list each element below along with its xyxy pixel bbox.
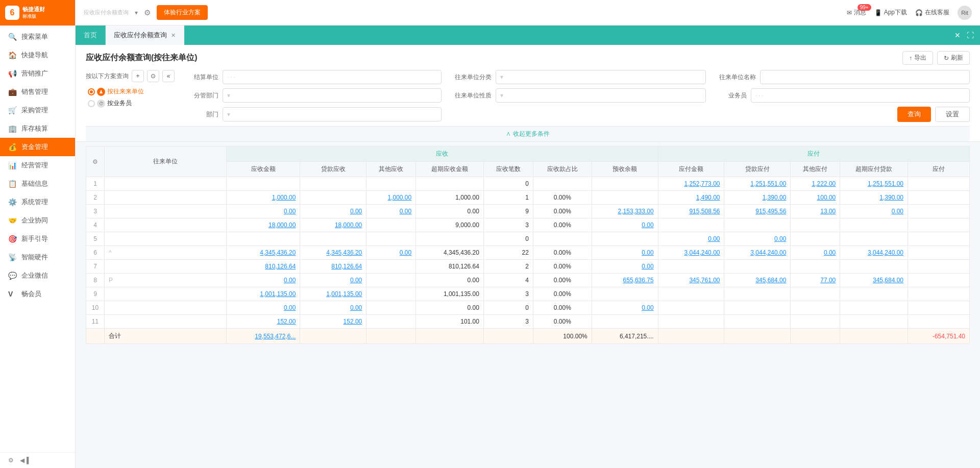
- settings-scheme-button[interactable]: ⊙: [147, 70, 159, 82]
- add-scheme-button[interactable]: +: [132, 70, 144, 82]
- refresh-button[interactable]: ↻ 刷新: [937, 51, 970, 65]
- table-row: 101,252,773.001,251,551.001,222.001,251,…: [86, 177, 970, 191]
- sidebar-item-marketing[interactable]: 📢营销推广: [0, 64, 75, 83]
- export-button[interactable]: ↑ 导出: [902, 51, 933, 65]
- sidebar-item-coop[interactable]: 🤝企业协同: [0, 211, 75, 230]
- by-unit-label: 按往来来单位: [107, 87, 144, 96]
- filter-lwdwxz: 往来单位性质 ▾: [450, 88, 705, 103]
- sidebar-nav: 🔍搜索菜单 🏠快捷导航 📢营销推广 💼销售管理 🛒采购管理 🏢库存核算 💰资金管…: [0, 26, 75, 452]
- filter-tools-row: 按以下方案查询 + ⊙ «: [86, 70, 178, 82]
- refresh-icon: ↻: [944, 55, 949, 62]
- app-download-button[interactable]: 📱 App下载: [874, 8, 907, 17]
- finance-icon: 💰: [8, 143, 17, 151]
- basic-info-icon: 📋: [8, 180, 17, 188]
- sidebar-item-finance[interactable]: 💰资金管理: [0, 138, 75, 156]
- top-header: 应收应付余额查询 ▾ ⚙ 体验行业方案 ✉ 消息 99+ 📱 App下载 🎧 在…: [76, 0, 980, 26]
- label-bm: 部门: [186, 110, 223, 119]
- hardware-icon: 📡: [8, 253, 17, 261]
- business-icon: 📊: [8, 161, 17, 169]
- tab-ar-ap[interactable]: 应收应付余额查询 ✕: [106, 26, 184, 45]
- sidebar-item-hardware[interactable]: 📡智能硬件: [0, 248, 75, 266]
- user-avatar[interactable]: Rit: [958, 6, 972, 20]
- sidebar-item-inventory[interactable]: 🏢库存核算: [0, 119, 75, 138]
- filter-bm: 部门 ▾: [186, 107, 442, 121]
- th-ar-overdue: 超期应收金额: [416, 162, 484, 177]
- by-unit-radio[interactable]: [88, 88, 95, 95]
- input-bm[interactable]: ▾: [223, 107, 442, 121]
- label-ywy: 业务员: [714, 91, 751, 100]
- message-button[interactable]: ✉ 消息 99+: [847, 8, 866, 17]
- label-fgbm: 分管部门: [186, 91, 223, 100]
- sidebar-item-member[interactable]: V畅会员: [0, 285, 75, 303]
- sidebar-item-guide[interactable]: 🎯新手引导: [0, 230, 75, 248]
- filter-by-label: 按以下方案查询: [86, 72, 129, 81]
- table-settings-icon[interactable]: ⚙: [92, 158, 98, 165]
- settings-icon[interactable]: ⚙: [8, 457, 14, 464]
- maximize-icon[interactable]: ⛶: [967, 31, 974, 39]
- sidebar-item-basic-info[interactable]: 📋基础信息: [0, 175, 75, 193]
- inventory-icon: 🏢: [8, 125, 17, 133]
- unit-icon: ♟: [97, 88, 105, 96]
- filter-jsdw: 结算单位 ···: [186, 70, 442, 84]
- message-icon: ✉: [847, 9, 852, 16]
- filter-ywy: 业务员 ···: [714, 88, 970, 103]
- close-window-icon[interactable]: ✕: [954, 31, 961, 39]
- chevron-up-icon: ∧: [506, 130, 511, 137]
- footer-ar-total[interactable]: 19,553,472,6...: [226, 329, 300, 344]
- sidebar-item-search[interactable]: 🔍搜索菜单: [0, 28, 75, 46]
- th-ap-other: 其他应付: [791, 162, 840, 177]
- online-service-button[interactable]: 🎧 在线客服: [915, 8, 949, 17]
- tab-close-icon[interactable]: ✕: [171, 32, 176, 39]
- th-ar-group: 应收: [226, 146, 658, 162]
- label-jsdw: 结算单位: [186, 73, 223, 82]
- sidebar-item-business[interactable]: 📊经营管理: [0, 156, 75, 175]
- table-row: 418,000.0018,000.009,000.0030.00%0.00: [86, 218, 970, 232]
- member-icon: V: [8, 290, 17, 298]
- th-ar-count: 应收笔数: [483, 162, 533, 177]
- tab-home[interactable]: 首页: [76, 26, 106, 45]
- input-lwdwxz[interactable]: ▾: [496, 88, 705, 103]
- input-lwdwfl[interactable]: ▾: [496, 70, 705, 84]
- sidebar-item-quick-nav[interactable]: 🏠快捷导航: [0, 46, 75, 64]
- filter-fields: 结算单位 ··· 往来单位分类 ▾ 往来单位名称 分管部: [186, 70, 970, 122]
- filter-action-buttons: 查询 设置: [714, 107, 970, 122]
- set-button[interactable]: 设置: [935, 107, 970, 122]
- filter-lwdwfl: 往来单位分类 ▾: [450, 70, 705, 84]
- sidebar-logo: 6 畅捷通财 标准版: [0, 0, 75, 26]
- sidebar: 6 畅捷通财 标准版 🔍搜索菜单 🏠快捷导航 📢营销推广 💼销售管理 🛒采购管理…: [0, 0, 76, 468]
- th-ar-amount: 应收金额: [226, 162, 300, 177]
- export-icon: ↑: [909, 55, 912, 62]
- th-ar-prepay: 预收余额: [592, 162, 658, 177]
- header-right: ✉ 消息 99+ 📱 App下载 🎧 在线客服 Rit: [847, 6, 972, 20]
- by-unit-option[interactable]: ♟ 按往来来单位: [86, 87, 178, 96]
- sidebar-item-sales[interactable]: 💼销售管理: [0, 83, 75, 101]
- collapse-more-bar[interactable]: ∧ 收起更多条件: [86, 126, 970, 141]
- filter-fgbm: 分管部门 ▾: [186, 88, 442, 103]
- gear-icon[interactable]: ⚙: [144, 8, 151, 17]
- input-jsdw[interactable]: ···: [223, 70, 442, 84]
- by-staff-option[interactable]: ⏱ 按业务员: [86, 99, 178, 108]
- collapse-icon[interactable]: ◀▐: [20, 457, 29, 464]
- brand-name: 畅捷通财: [22, 6, 45, 13]
- collapse-scheme-button[interactable]: «: [162, 70, 175, 82]
- sidebar-item-system[interactable]: ⚙️系统管理: [0, 193, 75, 211]
- th-ap-group: 应付: [658, 146, 969, 162]
- table-row: 30.000.000.000.0090.00%2,153,333.00915,5…: [86, 205, 970, 218]
- table-row: 100.000.000.0000.00%0.00: [86, 301, 970, 315]
- input-ywy[interactable]: ···: [751, 88, 970, 103]
- sidebar-item-purchase[interactable]: 🛒采购管理: [0, 101, 75, 119]
- marketing-icon: 📢: [8, 69, 17, 78]
- input-fgbm[interactable]: ▾: [223, 88, 442, 103]
- app-icon: 📱: [874, 9, 882, 16]
- th-ap-loan: 贷款应付: [724, 162, 791, 177]
- input-lwdwmc[interactable]: [760, 70, 970, 84]
- data-table: ⚙ 往来单位 应收 应付 应收金额 贷款应收 其他应收 超期应收金额 应收笔数 …: [86, 146, 970, 344]
- table-row: 91,001,135.001,001,135.001,001,135.0030.…: [86, 287, 970, 301]
- chevron-down-icon[interactable]: ▾: [135, 9, 138, 16]
- home-icon: 🏠: [8, 51, 17, 59]
- th-settings[interactable]: ⚙: [86, 146, 105, 177]
- query-button[interactable]: 查询: [897, 107, 931, 122]
- solution-button[interactable]: 体验行业方案: [157, 5, 208, 20]
- sidebar-item-wechat[interactable]: 💬企业微信: [0, 266, 75, 285]
- by-staff-radio[interactable]: [88, 100, 95, 107]
